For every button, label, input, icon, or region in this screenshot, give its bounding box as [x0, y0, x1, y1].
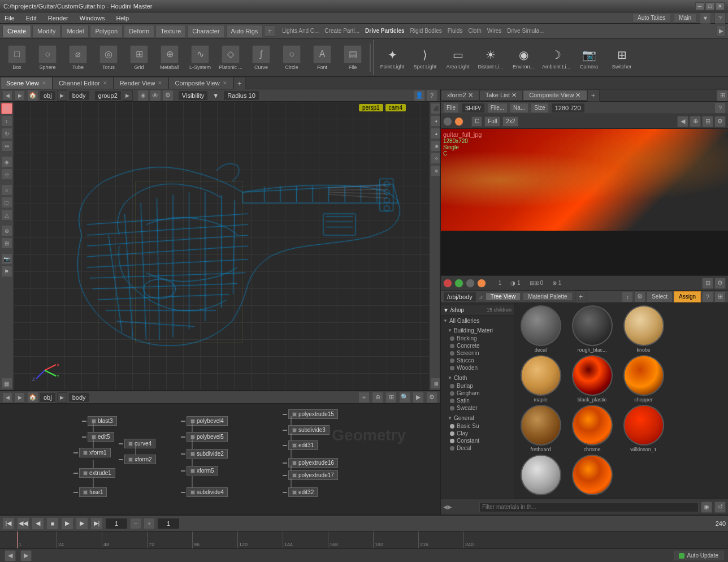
ne-search-button[interactable]: 🔍 — [399, 392, 410, 403]
mat-grey-btn2[interactable] — [466, 279, 475, 288]
light-area[interactable]: ▭ Area Light — [442, 41, 474, 74]
tool-grid[interactable]: ⊞ Grid — [124, 40, 154, 75]
tool-box[interactable]: □ Box — [2, 40, 32, 75]
close-button[interactable]: ✕ — [716, 2, 725, 10]
status-icon1[interactable]: ◀ — [5, 550, 16, 561]
mat-icon2[interactable]: ⚙ — [714, 278, 726, 289]
mat-orange-btn[interactable] — [477, 279, 486, 288]
shelf-add-button[interactable]: + — [264, 25, 275, 37]
node-fuse1-box[interactable]: fuse1 — [79, 487, 107, 497]
vp-mode-icon[interactable]: 👤 — [414, 90, 425, 101]
node-edit31-box[interactable]: edit31 — [288, 440, 318, 450]
vp-forward-button[interactable]: ▶ — [15, 90, 25, 101]
mat-item-black-plastic[interactable]: black_plastic — [568, 355, 616, 403]
tool-metaball[interactable]: ⊕ Metaball — [155, 40, 184, 75]
node-edit5-box[interactable]: edit5 — [88, 432, 114, 442]
tool-font[interactable]: A Font — [307, 40, 337, 75]
maximize-button[interactable]: □ — [705, 2, 714, 10]
node-xform1[interactable]: xform1 — [73, 448, 111, 457]
mat-item-chopper[interactable]: chopper — [619, 355, 668, 403]
node-blast3[interactable]: blast3 — [82, 416, 117, 426]
render-tb2-icon3[interactable]: ⊞ — [702, 116, 713, 127]
tree-item-sweater[interactable]: Sweater — [441, 404, 514, 412]
camera2-button[interactable]: 📷 — [1, 253, 12, 265]
node-blast3-box[interactable]: blast3 — [88, 416, 117, 426]
select-tool-button[interactable]: ↖ — [1, 103, 12, 114]
node-polybevel5[interactable]: polybevel5 — [181, 432, 228, 442]
vp-visibility-icon[interactable]: 👁 — [150, 90, 161, 101]
close-scene-view[interactable]: ✕ — [42, 80, 46, 86]
node-edit5[interactable]: edit5 — [82, 432, 114, 442]
render-tb2-icon2[interactable]: ⊕ — [690, 116, 701, 127]
menu-file[interactable]: File — [2, 14, 17, 22]
rotate-button[interactable]: ↻ — [1, 128, 12, 139]
close-composite-view[interactable]: ✕ — [223, 80, 227, 86]
cam4-label[interactable]: cam4 — [385, 104, 406, 111]
ne-path-arrow[interactable]: ▶ — [57, 392, 67, 403]
vp-sidebar-btn3[interactable]: ▲ — [431, 128, 440, 139]
tl-start-frame[interactable] — [105, 518, 128, 529]
tree-item-clay[interactable]: Clay — [441, 430, 514, 437]
tab-render-view[interactable]: Render View ✕ — [114, 77, 169, 89]
tl-step-back-btn[interactable]: ◀ — [32, 517, 44, 530]
auto-takes-button[interactable]: Auto Takes — [632, 13, 670, 23]
tool-torus[interactable]: ◎ Torus — [94, 40, 123, 75]
auto-update-button[interactable]: Auto Update — [674, 551, 723, 560]
vp-path-arrow[interactable]: ▶ — [57, 90, 67, 101]
node-polyextrude16[interactable]: polyextrude16 — [283, 458, 338, 468]
mat-item-wilkinson[interactable]: wilkinson_1 — [619, 405, 668, 452]
light-point[interactable]: ✦ Point Light — [376, 41, 408, 74]
vp-sidebar-btn6[interactable]: ⊕ — [431, 165, 440, 176]
render-file-browse-btn[interactable]: File... — [487, 103, 508, 113]
right-add-view[interactable]: + — [587, 89, 600, 102]
tree-item-bricking[interactable]: Bricking — [441, 335, 514, 342]
tree-item-basic-su[interactable]: Basic Su — [441, 422, 514, 430]
mat-filter-input[interactable] — [479, 502, 699, 512]
menu-render[interactable]: Render — [46, 14, 71, 22]
render-size-display[interactable]: 1280 720 — [551, 103, 585, 113]
filter-scroll-arrows[interactable]: ◀▶ — [443, 504, 477, 510]
render-full-btn[interactable]: Full — [484, 116, 500, 127]
ne-home-icon[interactable]: 🏠 — [27, 392, 38, 403]
settings-icon[interactable]: ▼ — [700, 12, 711, 24]
node-subdivide4-box[interactable]: subdivide4 — [187, 487, 228, 497]
vp-sidebar-btn5[interactable]: ⊹ — [431, 153, 440, 164]
mat-item-rough-black[interactable]: rough_blac... — [568, 305, 616, 353]
vp-sidebar-btn1[interactable]: ⬛ — [431, 103, 440, 114]
grid2-button[interactable]: ⊞ — [1, 237, 12, 249]
vp-settings-icon[interactable]: ⚙ — [162, 90, 174, 101]
tool-file[interactable]: ▤ File — [338, 40, 367, 75]
shelf-tab-create[interactable]: Create — [2, 25, 31, 37]
mat-question-icon[interactable]: ? — [702, 291, 713, 302]
vp-radius-display[interactable]: Radius 10 — [223, 90, 259, 101]
right-expand-icon[interactable]: ⊞ — [717, 90, 728, 101]
shelf-tab-model[interactable]: Model — [62, 25, 89, 37]
tree-item-constant[interactable]: Constant — [441, 437, 514, 444]
tool-tube[interactable]: ⌀ Tube — [63, 40, 93, 75]
ne-plus-button[interactable]: + — [358, 392, 370, 403]
mat-item-silver[interactable] — [517, 455, 565, 496]
vp-visibility-display[interactable]: Visibility — [178, 90, 209, 101]
node-polyextrude17[interactable]: polyextrude17 — [283, 470, 338, 480]
tab-scene-view[interactable]: Scene View ✕ — [0, 77, 53, 89]
render-grey-btn[interactable] — [443, 117, 452, 126]
ne-back-button[interactable]: ◀ — [2, 392, 12, 403]
render-hip-path[interactable]: $HIP/ — [461, 103, 485, 113]
node-extrude1[interactable]: extrude1 — [73, 468, 115, 478]
menu-edit[interactable]: Edit — [24, 14, 39, 22]
add-view-button[interactable]: + — [233, 77, 246, 89]
vp-sidebar-bottom-btn[interactable]: ▦ — [431, 378, 440, 389]
all-galleries-header[interactable]: ▼ All Galleries — [441, 317, 514, 325]
node-xform5-box[interactable]: xform5 — [187, 466, 218, 475]
mat-red-btn[interactable] — [443, 279, 452, 288]
tl-minus-btn[interactable]: − — [130, 518, 141, 529]
timeline-bar[interactable]: 1 24 48 72 96 120 144 168 192 216 240 — [0, 531, 728, 548]
light-switcher[interactable]: ⊞ Switcher — [606, 41, 638, 74]
node-curve4-box[interactable]: curve4 — [124, 439, 155, 448]
tool-platonic[interactable]: ◇ Platonic ... — [216, 40, 245, 75]
cloth-header[interactable]: ▼ Cloth — [441, 374, 514, 382]
node-polyextrude16-box[interactable]: polyextrude16 — [288, 458, 338, 468]
right-tab-composite-view[interactable]: Composite View ✕ — [523, 90, 587, 101]
node-subdivide2[interactable]: subdivide2 — [181, 449, 228, 459]
mat-item-fretboard[interactable]: fretboard — [517, 405, 565, 452]
